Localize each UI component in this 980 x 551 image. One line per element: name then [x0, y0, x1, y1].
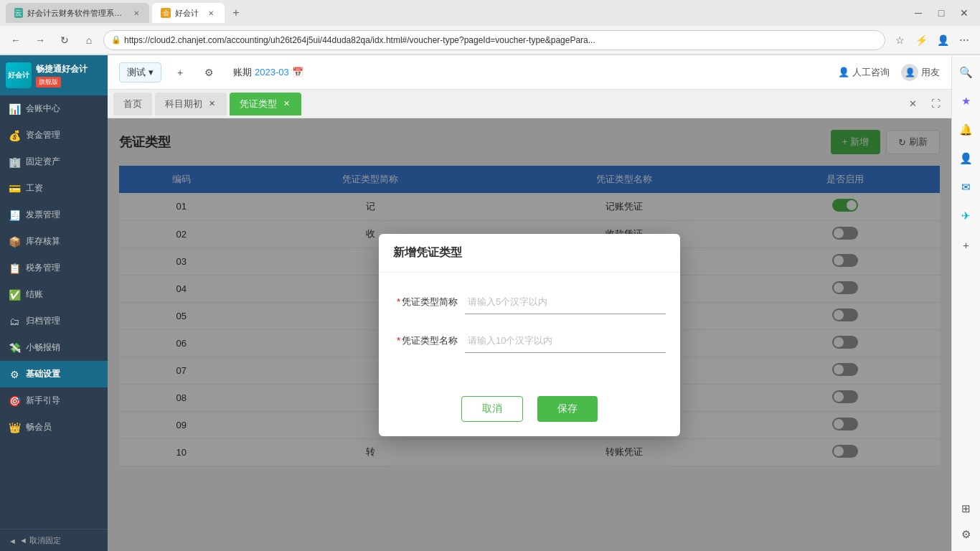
tab-home-label: 首页: [123, 98, 142, 110]
rs-feather-button[interactable]: ✈: [955, 204, 978, 227]
sidebar-label-dashboard: 会账中心: [26, 103, 60, 115]
tab-close-2[interactable]: ✕: [206, 8, 216, 18]
archive-icon: 🗂: [9, 316, 20, 327]
tab-voucher-type[interactable]: 凭证类型 ✕: [230, 93, 301, 116]
sidebar-item-tax[interactable]: 📋 税务管理: [0, 255, 108, 281]
assets-icon: 🏢: [9, 156, 20, 168]
sidebar-item-expense[interactable]: 💸 小畅报销: [0, 334, 108, 361]
url-input[interactable]: 🔒 https://cloud2.chanjet.com/accounting/…: [103, 30, 885, 50]
home-button[interactable]: ⌂: [79, 30, 99, 50]
close-button[interactable]: ✕: [954, 3, 974, 23]
browser-chrome: 云 好会计云财务软件管理系统_会计 ✕ 会 好会计 ✕ + ─ □ ✕ ← → …: [0, 0, 980, 55]
logo-badge: 旗舰版: [36, 77, 61, 88]
tab-fullscreen-icon[interactable]: ⛶: [925, 94, 946, 114]
dashboard-icon: 📊: [9, 103, 20, 115]
forward-button[interactable]: →: [30, 30, 50, 50]
required-star-name: *: [397, 335, 400, 346]
workspace-settings-icon[interactable]: ⚙: [199, 62, 219, 83]
user-avatar: 👤: [901, 64, 918, 81]
sidebar-label-expense: 小畅报销: [26, 342, 60, 354]
rs-person-button[interactable]: 👤: [955, 147, 978, 170]
sidebar-label-inventory: 库存核算: [26, 235, 60, 248]
consult-icon: 👤: [838, 67, 849, 77]
rs-search-button[interactable]: 🔍: [955, 61, 978, 84]
sidebar-item-settlement[interactable]: ✅ 结账: [0, 281, 108, 308]
rs-star-button[interactable]: ★: [955, 90, 978, 113]
sidebar-item-assets[interactable]: 🏢 固定资产: [0, 149, 108, 175]
browser-tab-1[interactable]: 云 好会计云财务软件管理系统_会计 ✕: [6, 3, 149, 23]
logo-name: 畅捷通好会计: [36, 63, 88, 75]
rs-outlook-button[interactable]: ✉: [955, 176, 978, 199]
right-panel: 测试 ▾ + ⚙ 账期 2023-03 📅 👤 人工咨询 👤 用友: [108, 55, 951, 551]
inventory-icon: 📦: [9, 236, 20, 248]
tab-home[interactable]: 首页: [113, 93, 152, 116]
save-button[interactable]: 保存: [537, 396, 598, 422]
sidebar-label-assets: 固定资产: [26, 156, 60, 168]
rs-settings-icon[interactable]: ⚙: [955, 523, 978, 546]
sidebar-item-inventory[interactable]: 📦 库存核算: [0, 228, 108, 255]
sidebar-nav: 📊 会账中心 💰 资金管理 🏢 固定资产 💳 工资 🧾 发票管理 📦 库: [0, 95, 108, 529]
back-button[interactable]: ←: [6, 30, 26, 50]
workspace-label: 测试: [127, 66, 146, 79]
tabs-right: ✕ ⛶: [903, 94, 946, 114]
tab-account-init-label: 科目期初: [165, 98, 202, 110]
extensions-icon[interactable]: ⚡: [911, 30, 931, 50]
workspace-dropdown-icon: ▾: [149, 67, 154, 77]
user-label: 用友: [921, 66, 940, 79]
consult-button[interactable]: 👤 人工咨询: [838, 66, 890, 79]
bookmark-icon[interactable]: ☆: [890, 30, 910, 50]
maximize-button[interactable]: □: [931, 3, 951, 23]
avatar-icon: 👤: [905, 67, 915, 77]
refresh-button[interactable]: ↻: [55, 30, 75, 50]
toolbar-right: 👤 人工咨询 👤 用友: [838, 64, 940, 81]
sidebar-item-payroll[interactable]: 💳 工资: [0, 175, 108, 202]
name-input[interactable]: [465, 329, 666, 353]
sidebar-logo: 好会计 畅捷通好会计 旗舰版: [0, 55, 108, 95]
sidebar-item-settings[interactable]: ⚙ 基础设置: [0, 361, 108, 387]
rs-grid-button[interactable]: ⊞: [955, 497, 978, 520]
app-wrapper: 好会计 畅捷通好会计 旗舰版 📊 会账中心 💰 资金管理 🏢 固定资产 💳 工资: [0, 55, 980, 551]
tab-voucher-type-close[interactable]: ✕: [281, 99, 291, 109]
sidebar-item-funds[interactable]: 💰 资金管理: [0, 122, 108, 149]
sidebar-item-member[interactable]: 👑 畅会员: [0, 414, 108, 441]
tab-voucher-type-label: 凭证类型: [240, 98, 277, 110]
menu-icon[interactable]: ⋯: [954, 30, 974, 50]
main-content: 凭证类型 + 新增 ↻ 刷新 编码 凭证类型简称 凭证类型名称 是否启用: [108, 118, 951, 551]
sidebar-label-member: 畅会员: [26, 421, 52, 433]
sidebar-item-invoice[interactable]: 🧾 发票管理: [0, 202, 108, 228]
add-workspace-button[interactable]: +: [170, 62, 190, 83]
guide-icon: 🎯: [9, 395, 20, 407]
user-button[interactable]: 👤 用友: [901, 64, 940, 81]
form-row-abbr: *凭证类型简称: [393, 290, 666, 314]
cancel-fixed-label: ◄ 取消固定: [19, 535, 61, 546]
period-calendar-icon: 📅: [292, 67, 303, 77]
workspace-selector[interactable]: 测试 ▾: [119, 62, 161, 83]
sidebar-item-dashboard[interactable]: 📊 会账中心: [0, 95, 108, 122]
profile-icon[interactable]: 👤: [933, 30, 953, 50]
invoice-icon: 🧾: [9, 209, 20, 221]
funds-icon: 💰: [9, 130, 20, 141]
logo-text-block: 畅捷通好会计 旗舰版: [36, 63, 88, 88]
tab-account-init-close[interactable]: ✕: [207, 99, 217, 109]
sidebar-label-settlement: 结账: [26, 288, 43, 301]
cancel-button[interactable]: 取消: [461, 396, 523, 422]
new-tab-button[interactable]: +: [227, 4, 245, 22]
sidebar-item-guide[interactable]: 🎯 新手引导: [0, 387, 108, 414]
tab-close-icon[interactable]: ✕: [903, 94, 923, 114]
rs-add-button[interactable]: +: [955, 233, 978, 256]
tab-close-1[interactable]: ✕: [132, 8, 141, 18]
form-row-name: *凭证类型名称: [393, 329, 666, 353]
cancel-fixed-button[interactable]: ◄ ◄ 取消固定: [9, 535, 99, 546]
rs-bell-button[interactable]: 🔔: [955, 118, 978, 141]
period-value: 2023-03: [255, 67, 289, 77]
sidebar-item-archive[interactable]: 🗂 归档管理: [0, 308, 108, 334]
abbr-label: *凭证类型简称: [393, 296, 458, 309]
browser-tab-2[interactable]: 会 好会计 ✕: [152, 3, 225, 23]
top-toolbar: 测试 ▾ + ⚙ 账期 2023-03 📅 👤 人工咨询 👤 用友: [108, 55, 951, 90]
sidebar: 好会计 畅捷通好会计 旗舰版 📊 会账中心 💰 资金管理 🏢 固定资产 💳 工资: [0, 55, 108, 551]
abbr-input[interactable]: [465, 290, 666, 314]
minimize-button[interactable]: ─: [908, 3, 928, 23]
tab-account-init[interactable]: 科目期初 ✕: [155, 93, 227, 116]
cancel-fixed-icon: ◄: [9, 537, 17, 545]
settlement-icon: ✅: [9, 289, 20, 301]
